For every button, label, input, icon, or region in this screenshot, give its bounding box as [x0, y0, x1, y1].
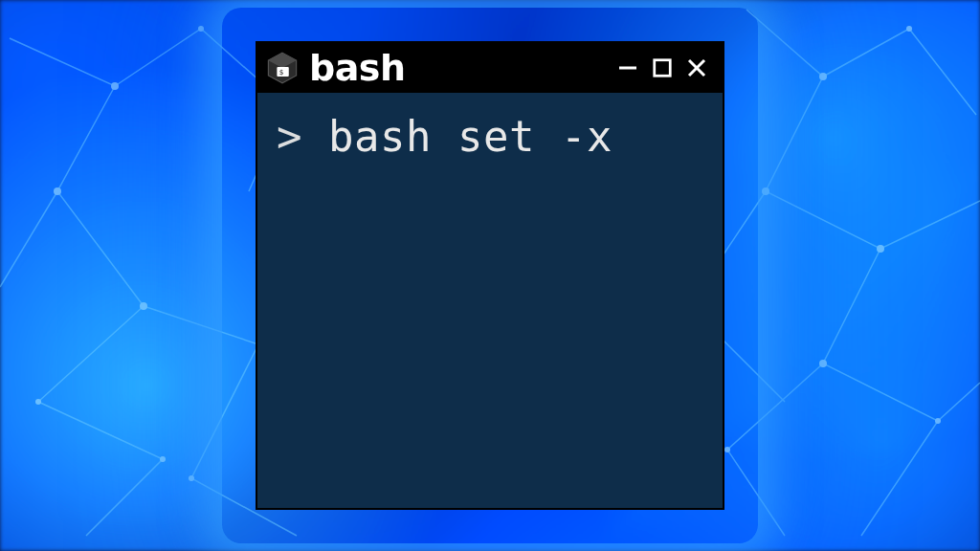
svg-text:$: $ [279, 68, 283, 77]
svg-rect-21 [655, 60, 671, 77]
terminal-body[interactable]: > bash set -x [257, 93, 723, 508]
svg-point-8 [819, 73, 827, 80]
svg-point-11 [877, 245, 884, 253]
maximize-icon [652, 57, 673, 78]
title-left: $ bash [265, 50, 608, 86]
minimize-button[interactable] [615, 55, 640, 80]
svg-point-10 [762, 187, 769, 195]
svg-point-4 [35, 399, 41, 405]
window-controls [615, 55, 711, 80]
svg-point-14 [724, 447, 730, 452]
minimize-icon [616, 56, 639, 79]
svg-point-2 [54, 187, 61, 195]
bash-app-icon: $ [265, 51, 300, 85]
svg-point-6 [160, 456, 166, 462]
maximize-button[interactable] [650, 55, 675, 80]
prompt-symbol: > [277, 112, 302, 161]
svg-point-9 [906, 26, 912, 32]
close-icon [685, 56, 708, 79]
title-bar[interactable]: $ bash [257, 43, 723, 93]
close-button[interactable] [684, 55, 709, 80]
svg-point-0 [111, 82, 119, 90]
svg-point-1 [198, 26, 204, 32]
svg-point-12 [819, 360, 827, 367]
terminal-window: $ bash > bash set [256, 41, 724, 510]
svg-point-7 [189, 475, 194, 481]
svg-point-3 [140, 302, 147, 310]
prompt-line: > bash set -x [277, 110, 703, 163]
svg-point-13 [935, 418, 941, 424]
command-text: bash set -x [328, 112, 612, 161]
window-title: bash [309, 50, 406, 86]
